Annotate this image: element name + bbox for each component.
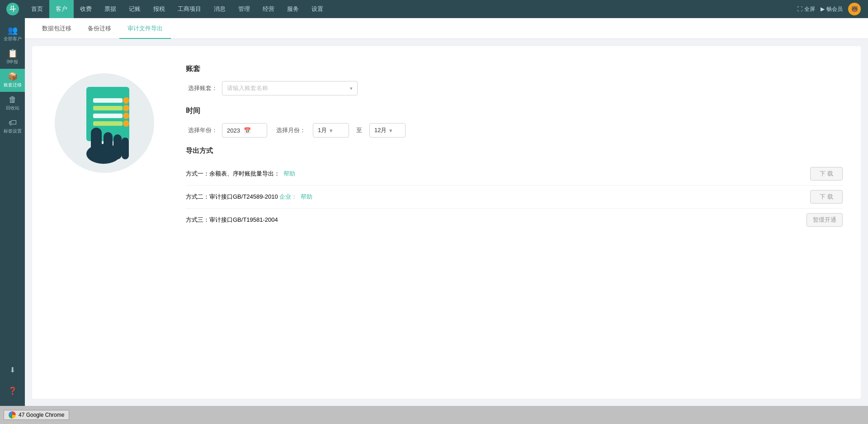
nav-item-经营[interactable]: 经营 <box>256 0 281 18</box>
sidebar-item-全部客户[interactable]: 👥全部客户 <box>0 23 25 46</box>
year-label: 选择年份： <box>186 126 217 134</box>
month-select-label: 选择月份： <box>276 126 306 134</box>
svg-point-7 <box>123 113 129 119</box>
year-input[interactable]: 2023 📅 <box>222 123 267 138</box>
form-side: 账套 选择账套： 请输入账套名称 ▾ 时间 选择年份： <box>186 60 843 231</box>
account-section-title: 账套 <box>186 64 843 74</box>
nav-item-工商项目[interactable]: 工商项目 <box>171 0 208 18</box>
tab-备份迁移[interactable]: 备份迁移 <box>80 19 119 39</box>
export-method-1: 方式一：余额表、序时账批量导出： 帮助 下 载 <box>186 162 843 186</box>
svg-rect-4 <box>93 121 123 126</box>
left-sidebar: 👥全部客户📋0申报📦账套迁移🗑回收站🏷标签设置 ⬇ ❓ <box>0 18 25 406</box>
avatar[interactable]: 🐻 <box>848 3 861 15</box>
member-button[interactable]: ▶ 畅会员 <box>821 5 843 13</box>
fullscreen-button[interactable]: ⛶ 全屏 <box>797 5 815 13</box>
svg-rect-12 <box>113 134 122 159</box>
nav-item-服务[interactable]: 服务 <box>281 0 305 18</box>
chevron-down-icon: ▾ <box>389 127 392 134</box>
svg-rect-2 <box>93 106 123 110</box>
sidebar-item-0申报[interactable]: 📋0申报 <box>0 46 25 69</box>
sidebar-item-回收站[interactable]: 🗑回收站 <box>0 92 25 115</box>
method1-help-link[interactable]: 帮助 <box>283 170 295 177</box>
nav-item-报税[interactable]: 报税 <box>147 0 171 18</box>
month-end-select[interactable]: 12月 ▾ <box>369 123 406 138</box>
illustration <box>50 60 159 186</box>
export-layout: 账套 选择账套： 请输入账套名称 ▾ 时间 选择年份： <box>50 60 843 231</box>
svg-rect-11 <box>104 132 113 159</box>
tabs-row: 数据包迁移备份迁移审计文件导出 <box>25 18 868 39</box>
method2-help-link[interactable]: 帮助 <box>301 193 312 200</box>
svg-rect-10 <box>91 128 102 159</box>
nav-item-记账[interactable]: 记账 <box>123 0 147 18</box>
nav-menu: 首页客户收费票据记账报税工商项目消息管理经营服务设置 <box>25 0 797 18</box>
time-form-row: 选择年份： 2023 📅 选择月份： 1月 ▾ 至 <box>186 123 843 138</box>
tab-数据包迁移[interactable]: 数据包迁移 <box>34 19 80 39</box>
sidebar-download-icon[interactable]: ⬇ <box>0 362 25 378</box>
nav-right: ⛶ 全屏 ▶ 畅会员 🐻 <box>797 3 868 15</box>
sidebar-item-label: 全部客户 <box>4 36 22 42</box>
calendar-icon: 📅 <box>244 127 251 134</box>
sidebar-icon: 📋 <box>8 49 18 57</box>
nav-item-首页[interactable]: 首页 <box>25 0 49 18</box>
taskbar: 47 Google Chrome <box>0 406 868 424</box>
export-section-title: 导出方式 <box>186 147 843 155</box>
illustration-svg <box>68 78 141 168</box>
svg-point-5 <box>123 97 129 104</box>
sidebar-icon: 🏷 <box>9 119 17 127</box>
nav-item-收费[interactable]: 收费 <box>74 0 98 18</box>
method1-download-button[interactable]: 下 载 <box>810 167 843 181</box>
time-separator: 至 <box>356 126 362 134</box>
export-method-2: 方式二：审计接口GB/T24589-2010 企业： 帮助 下 载 <box>186 186 843 209</box>
method2-company-link[interactable]: 企业： <box>279 193 297 200</box>
time-inputs: 2023 📅 选择月份： 1月 ▾ 至 12月 ▾ <box>222 123 406 138</box>
sidebar-item-label: 账套迁移 <box>4 82 22 88</box>
nav-item-客户[interactable]: 客户 <box>49 0 74 18</box>
svg-rect-1 <box>93 98 123 103</box>
account-select-label: 选择账套： <box>186 84 217 92</box>
svg-rect-13 <box>122 138 129 159</box>
chevron-down-icon: ▾ <box>350 86 353 91</box>
content-area: 数据包迁移备份迁移审计文件导出 <box>25 18 868 406</box>
time-section-title: 时间 <box>186 106 843 116</box>
svg-rect-3 <box>93 114 123 118</box>
method2-download-button[interactable]: 下 载 <box>810 190 843 204</box>
account-select-input[interactable]: 请输入账套名称 ▾ <box>222 81 358 95</box>
account-input-placeholder: 请输入账套名称 <box>227 84 268 92</box>
sidebar-icon: 📦 <box>8 72 18 81</box>
svg-point-8 <box>123 120 129 127</box>
export-method-3: 方式三：审计接口GB/T19581-2004 暂缓开通 <box>186 209 843 231</box>
logo-icon: 斗 <box>6 3 19 15</box>
illustration-circle <box>55 73 154 173</box>
top-navigation: 斗 首页客户收费票据记账报税工商项目消息管理经营服务设置 ⛶ 全屏 ▶ 畅会员 … <box>0 0 868 18</box>
logo[interactable]: 斗 <box>0 0 25 18</box>
sidebar-item-账套迁移[interactable]: 📦账套迁移 <box>0 69 25 92</box>
month-start-select[interactable]: 1月 ▾ <box>313 123 349 138</box>
main-layout: 👥全部客户📋0申报📦账套迁移🗑回收站🏷标签设置 ⬇ ❓ 数据包迁移备份迁移审计文… <box>0 18 868 406</box>
taskbar-chrome-label: 47 Google Chrome <box>19 412 64 418</box>
chevron-down-icon: ▾ <box>330 127 333 134</box>
nav-item-消息[interactable]: 消息 <box>208 0 232 18</box>
sidebar-item-label: 回收站 <box>6 105 19 111</box>
sidebar-icon: 👥 <box>8 26 18 34</box>
method1-label: 方式一：余额表、序时账批量导出： 帮助 <box>186 170 295 178</box>
nav-item-管理[interactable]: 管理 <box>232 0 256 18</box>
svg-point-6 <box>123 105 129 111</box>
sidebar-icon: 🗑 <box>9 95 17 104</box>
page-content: 账套 选择账套： 请输入账套名称 ▾ 时间 选择年份： <box>32 46 861 399</box>
method3-upgrade-button[interactable]: 暂缓开通 <box>807 213 843 227</box>
nav-item-设置[interactable]: 设置 <box>305 0 330 18</box>
tab-审计文件导出[interactable]: 审计文件导出 <box>119 19 171 39</box>
sidebar-item-label: 标签设置 <box>4 128 22 134</box>
sidebar-bottom: ⬇ ❓ <box>0 362 25 406</box>
nav-item-票据[interactable]: 票据 <box>98 0 123 18</box>
method2-label: 方式二：审计接口GB/T24589-2010 企业： 帮助 <box>186 193 312 201</box>
method3-label: 方式三：审计接口GB/T19581-2004 <box>186 216 278 224</box>
account-form-row: 选择账套： 请输入账套名称 ▾ <box>186 81 843 95</box>
taskbar-chrome-item[interactable]: 47 Google Chrome <box>4 410 69 420</box>
sidebar-item-label: 0申报 <box>7 59 19 65</box>
chrome-icon <box>9 411 16 419</box>
sidebar-item-标签设置[interactable]: 🏷标签设置 <box>0 115 25 138</box>
sidebar-help-icon[interactable]: ❓ <box>0 382 25 399</box>
